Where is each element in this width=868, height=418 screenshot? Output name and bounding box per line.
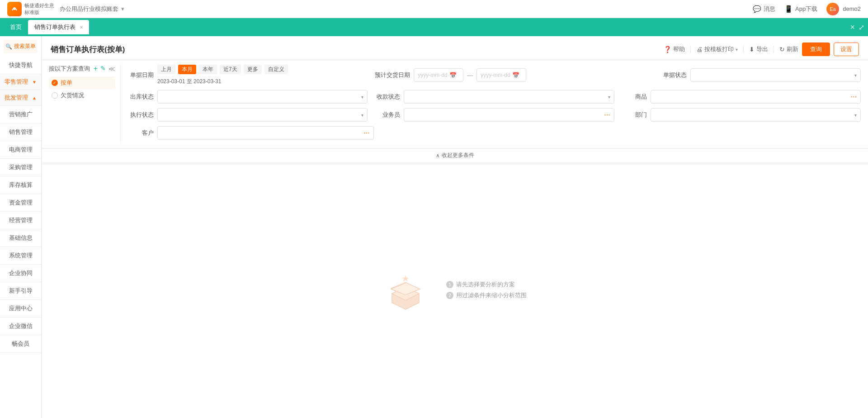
export-icon: ⬇ [749,46,755,53]
page-header: 销售订单执行表(按单) ❓ 帮助 🖨 按模板打印 ▾ ⬇ 导出 [42,36,868,60]
sidebar-item-retail-mgmt[interactable]: 零售管理 ▼ [0,74,41,90]
outstock-select[interactable]: ▾ [157,90,368,104]
search-icon: 🔍 [5,43,12,50]
sidebar-item-sales-mgmt[interactable]: 销售管理 [0,124,41,141]
sidebar-item-enterprise[interactable]: 企业协同 [0,265,41,282]
filter-collection-field: 收款状态 ▾ [375,90,614,104]
date-tag-cur[interactable]: 本月 [178,65,196,74]
divider1 [690,46,691,53]
page-actions: ❓ 帮助 🖨 按模板打印 ▾ ⬇ 导出 [664,43,859,56]
date-tag-year[interactable]: 本年 [199,65,217,74]
goods-more-icon[interactable]: ··· [851,93,857,101]
message-icon: 💬 [753,5,761,13]
sidebar-item-enterprise-wechat[interactable]: 企业微信 [0,318,41,335]
department-dropdown-icon: ▾ [854,113,857,118]
scheme-item-by-order[interactable]: ✓ 按单 [49,76,115,89]
sidebar-item-operations[interactable]: 经营管理 [0,212,41,229]
empty-box-svg [383,269,428,314]
divider2 [743,46,744,53]
collection-dropdown-icon: ▾ [608,95,610,100]
breadcrumb[interactable]: 办公用品行业模拟账套 ▾ [60,5,124,13]
goods-input[interactable]: ··· [651,90,861,104]
sidebar-item-member[interactable]: 畅会员 [0,335,41,353]
export-btn[interactable]: ⬇ 导出 [749,45,768,53]
user-info[interactable]: Ea demo2 [826,3,861,15]
sidebar-item-app-center[interactable]: 应用中心 [0,300,41,318]
print-icon: 🖨 [696,46,703,53]
empty-state: 1 请先选择要分析的方案 2 用过滤条件来缩小分析范围 [42,165,868,418]
tab-bar: 首页 销售订单执行表 × × ⤢ [0,18,868,36]
sidebar-item-sys-mgmt[interactable]: 系统管理 [0,247,41,265]
setting-button[interactable]: 设置 [834,43,859,56]
tab-close-icon[interactable]: × [80,24,83,30]
scheme-dot-inactive [52,92,58,99]
top-bar: 畅捷通好生意 标准版 办公用品行业模拟账套 ▾ 💬 消息 📱 App下载 Ea … [0,0,868,18]
date-tag-prev[interactable]: 上月 [157,65,175,74]
scheme-edit-btn[interactable]: ✎ [100,65,106,72]
message-action[interactable]: 💬 消息 [753,5,775,13]
collection-select[interactable]: ▾ [404,90,614,104]
download-icon: 📱 [784,5,793,13]
date-tag-custom[interactable]: 自定义 [264,65,288,74]
status-select[interactable]: ▾ [690,68,861,82]
app-download-action[interactable]: 📱 App下载 [784,5,817,13]
help-btn[interactable]: ❓ 帮助 [664,45,685,53]
expected-date-inputs: yyyy-mm-dd 📅 — yyyy-mm-dd 📅 [414,68,526,82]
execution-select[interactable]: ▾ [157,108,368,122]
filter-customer-field: 客户 ··· [128,126,374,140]
svg-point-1 [13,7,16,10]
refresh-btn[interactable]: ↻ 刷新 [779,45,798,53]
sidebar-item-purchase[interactable]: 采购管理 [0,159,41,176]
top-bar-right: 💬 消息 📱 App下载 Ea demo2 [753,3,861,15]
window-expand-btn[interactable]: ⤢ [859,23,864,32]
sidebar-item-capital[interactable]: 资金管理 [0,194,41,212]
filter-salesman-field: 业务员 ··· [375,108,614,122]
expected-date-start[interactable]: yyyy-mm-dd 📅 [414,68,463,82]
tab-home[interactable]: 首页 [4,20,28,34]
filter-top: 按以下方案查询 + ✎ ≪ ✓ 按单 欠货情况 [42,60,868,148]
filter-expected-date-field: 预计交货日期 yyyy-mm-dd 📅 — yyyy-mm-dd 📅 [375,68,654,82]
scheme-dot-active: ✓ [52,80,58,86]
expected-date-end[interactable]: yyyy-mm-dd 📅 [476,68,526,82]
sidebar-item-new-user[interactable]: 新手引导 [0,282,41,300]
scheme-item-shortage[interactable]: 欠货情况 [49,89,115,102]
filter-execution-field: 执行状态 ▾ [128,108,368,122]
scheme-collapse-btn[interactable]: ≪ [108,65,115,72]
print-arrow-icon: ▾ [736,47,738,52]
sidebar-item-ecommerce[interactable]: 电商管理 [0,141,41,159]
date-tags: 上月 本月 本年 近7天 更多 自定义 [157,65,368,74]
retail-expand-icon: ▼ [32,80,37,85]
tab-bar-right: × ⤢ [850,23,864,32]
filter-row-2: 出库状态 ▾ 收款状态 ▾ [128,90,861,104]
search-menu-btn[interactable]: 🔍 搜索菜单 [4,40,38,53]
filter-status-field: 单据状态 ▾ [661,68,861,82]
sidebar: 🔍 搜索菜单 快捷导航 零售管理 ▼ 批发管理 ▲ 营销推广 销售管理 电商管理… [0,36,42,418]
sidebar-item-quick-nav[interactable]: 快捷导航 [0,57,41,74]
scheme-add-btn[interactable]: + [94,65,98,72]
sidebar-item-wholesale-mgmt[interactable]: 批发管理 ▲ [0,90,41,106]
tab-sales-exec[interactable]: 销售订单执行表 × [28,20,89,34]
filter-row-3: 执行状态 ▾ 业务员 ··· [128,108,861,122]
top-bar-left: 畅捷通好生意 标准版 办公用品行业模拟账套 ▾ [7,2,124,16]
customer-more-icon[interactable]: ··· [363,129,369,137]
department-select[interactable]: ▾ [651,108,861,122]
window-close-btn[interactable]: × [850,23,855,32]
sidebar-item-inventory[interactable]: 库存核算 [0,176,41,194]
sidebar-item-base-info[interactable]: 基础信息 [0,229,41,247]
template-print-btn[interactable]: 🖨 按模板打印 ▾ [696,45,738,53]
date-tag-more[interactable]: 更多 [244,65,262,74]
query-button[interactable]: 查询 [802,43,830,56]
collapse-bar[interactable]: ∧ 收起更多条件 [42,148,868,162]
date-tag-7[interactable]: 近7天 [220,65,241,74]
scheme-header: 按以下方案查询 + ✎ ≪ [49,65,115,73]
page-title: 销售订单执行表(按单) [51,44,125,55]
customer-input[interactable]: ··· [157,126,374,140]
salesman-more-icon[interactable]: ··· [604,111,610,119]
content-area: 销售订单执行表(按单) ❓ 帮助 🖨 按模板打印 ▾ ⬇ 导出 [42,36,868,418]
filter-outstock-field: 出库状态 ▾ [128,90,368,104]
breadcrumb-dropdown-icon[interactable]: ▾ [121,5,124,12]
salesman-input[interactable]: ··· [404,108,614,122]
sidebar-item-marketing[interactable]: 营销推广 [0,106,41,124]
filter-goods-field: 商品 ··· [622,90,861,104]
empty-tips: 1 请先选择要分析的方案 2 用过滤条件来缩小分析范围 [446,280,527,302]
